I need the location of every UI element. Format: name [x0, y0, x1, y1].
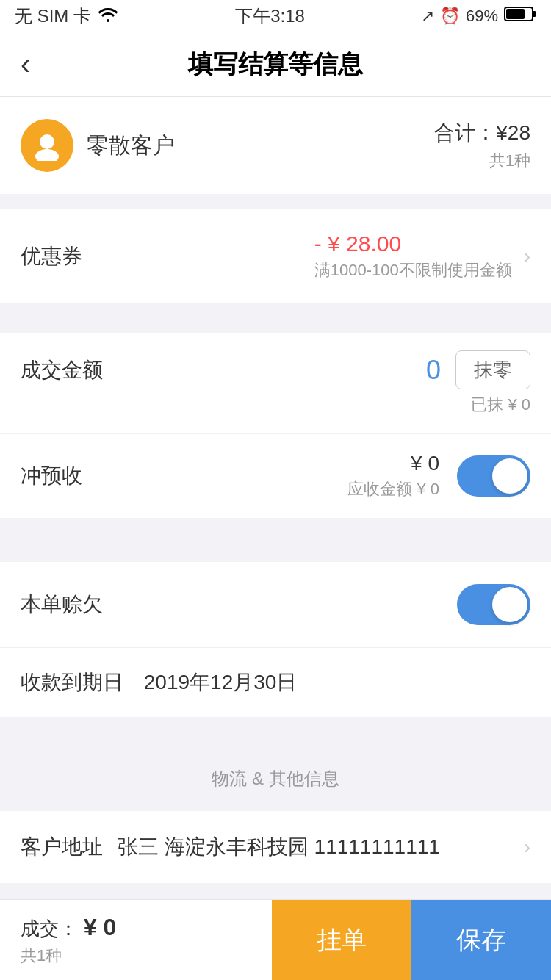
back-button[interactable]: ‹ [21, 48, 30, 81]
prereceive-row: 冲预收 ¥ 0 应收金额 ¥ 0 [0, 433, 551, 518]
nav-bar: ‹ 填写结算等信息 [0, 32, 551, 97]
status-right: ↗ ⏰ 69% [421, 6, 536, 26]
coupon-right: - ¥ 28.00 满1000-100不限制使用金额 › [314, 231, 530, 281]
debt-toggle-thumb [492, 587, 527, 622]
alarm-icon: ⏰ [440, 7, 460, 26]
coupon-value: - ¥ 28.00 [314, 231, 512, 256]
coupon-subtext: 满1000-100不限制使用金额 [314, 259, 512, 281]
bottom-actions: 挂单 保存 [272, 900, 551, 980]
logistics-header: 物流 & 其他信息 [0, 746, 551, 811]
debt-toggle[interactable] [457, 584, 530, 625]
wifi-icon [97, 6, 119, 26]
amount-row: 成交金额 0 抹零 [21, 350, 530, 389]
logistics-line-right [372, 779, 530, 779]
customer-total: 合计：¥28 共1种 [434, 119, 530, 172]
logistics-line-left [21, 779, 179, 779]
hold-button[interactable]: 挂单 [272, 900, 411, 980]
chevron-right-icon: › [524, 245, 530, 268]
prereceive-label: 冲预收 [21, 462, 82, 490]
amount-card: 成交金额 0 抹零 已抹 ¥ 0 冲预收 ¥ 0 应收金额 ¥ 0 [0, 333, 551, 518]
amount-sub: 已抹 ¥ 0 [21, 394, 530, 416]
sim-indicator: 无 SIM 卡 [15, 4, 91, 28]
amount-value: 0 [426, 355, 441, 386]
separator1 [0, 318, 551, 333]
page-title: 填写结算等信息 [188, 48, 363, 82]
svg-point-4 [35, 149, 59, 161]
separator3 [0, 732, 551, 746]
main-content: 零散客户 合计：¥28 共1种 优惠券 - ¥ 28.00 满1000-100不… [0, 97, 551, 980]
amount-right: 0 抹零 [426, 350, 530, 389]
due-date-label: 收款到期日 [21, 671, 123, 693]
address-label: 客户地址 [21, 833, 103, 861]
address-value: 张三 海淀永丰科技园 11111111111 [118, 833, 512, 861]
svg-rect-1 [533, 11, 536, 17]
coupon-label: 优惠券 [21, 242, 82, 270]
prereceive-toggle[interactable] [457, 455, 530, 497]
location-icon: ↗ [421, 7, 434, 26]
amount-label: 成交金额 [21, 356, 103, 384]
separator2 [0, 533, 551, 547]
status-left: 无 SIM 卡 [15, 4, 119, 28]
prereceive-main: ¥ 0 [347, 452, 439, 475]
prereceive-right: ¥ 0 应收金额 ¥ 0 [347, 452, 530, 500]
total-amount: 合计：¥28 [434, 119, 530, 147]
battery-level: 69% [466, 7, 498, 26]
prereceive-values: ¥ 0 应收金额 ¥ 0 [347, 452, 439, 500]
due-date-row: 收款到期日 2019年12月30日 [0, 647, 551, 717]
customer-row: 零散客户 合计：¥28 共1种 [0, 97, 551, 194]
bottom-deal-label: 成交： [21, 918, 78, 940]
bottom-count: 共1种 [21, 945, 251, 967]
due-date-value: 2019年12月30日 [144, 671, 298, 693]
debt-card: 本单赊欠 收款到期日 2019年12月30日 [0, 562, 551, 717]
round-zero-button[interactable]: 抹零 [455, 350, 530, 389]
bottom-deal-amount: ¥ 0 [84, 914, 116, 940]
logistics-label: 物流 & 其他信息 [200, 767, 350, 790]
coupon-card[interactable]: 优惠券 - ¥ 28.00 满1000-100不限制使用金额 › [0, 209, 551, 303]
status-bar: 无 SIM 卡 下午3:18 ↗ ⏰ 69% [0, 0, 551, 32]
svg-rect-2 [506, 9, 525, 19]
debt-row: 本单赊欠 [0, 562, 551, 647]
amount-section: 成交金额 0 抹零 已抹 ¥ 0 [0, 333, 551, 433]
svg-point-3 [40, 134, 54, 149]
address-chevron-icon: › [524, 835, 530, 859]
customer-left: 零散客户 [21, 119, 175, 172]
customer-name: 零散客户 [87, 131, 175, 161]
toggle-thumb [492, 458, 527, 494]
save-button[interactable]: 保存 [411, 900, 551, 980]
address-row[interactable]: 客户地址 张三 海淀永丰科技园 11111111111 › [0, 811, 551, 883]
battery-icon [504, 6, 536, 26]
status-time: 下午3:18 [235, 4, 305, 28]
total-count: 共1种 [434, 150, 530, 172]
bottom-bar: 成交： ¥ 0 共1种 挂单 保存 [0, 899, 551, 980]
bottom-summary: 成交： ¥ 0 共1种 [0, 914, 272, 967]
avatar [21, 119, 73, 172]
debt-label: 本单赊欠 [21, 591, 103, 619]
customer-card: 零散客户 合计：¥28 共1种 [0, 97, 551, 194]
prereceive-sub: 应收金额 ¥ 0 [347, 478, 439, 500]
bottom-deal-row: 成交： ¥ 0 [21, 914, 251, 942]
coupon-row[interactable]: 优惠券 - ¥ 28.00 满1000-100不限制使用金额 › [0, 209, 551, 303]
